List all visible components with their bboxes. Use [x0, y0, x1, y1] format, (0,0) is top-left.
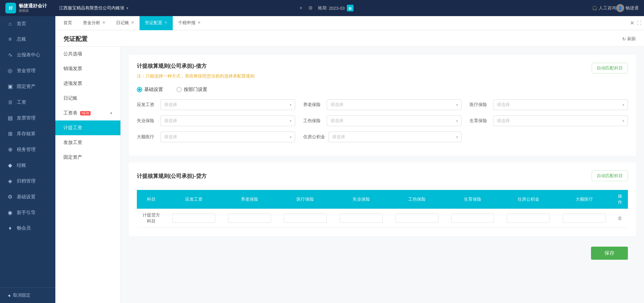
content-area: 首页 资金分析 ✕ 日记账 ✕ 凭证配置 ✕ 个税申报 ✕ ✕ ⛶ — [55, 16, 644, 303]
col-maternity: 生育保险 — [445, 190, 500, 209]
cell-large-medical — [556, 209, 612, 228]
logo-text-block: 畅捷通好会计 旗舰版 — [19, 3, 47, 13]
period-value: 2023-03 — [329, 6, 345, 11]
support-button[interactable]: 🎧 人工咨询 — [592, 5, 616, 11]
salary-icon: ≣ — [7, 99, 13, 105]
tab-bar: 首页 资金分析 ✕ 日记账 ✕ 凭证配置 ✕ 个税申报 ✕ ✕ ⛶ — [55, 16, 644, 30]
tab-funds-close-icon[interactable]: ✕ — [102, 20, 105, 25]
left-nav: 公共选项 销项发票 进项发票 日记账 工资表 NEW — [55, 47, 121, 303]
housing-chevron-icon: ▾ — [456, 135, 458, 139]
form-item-maternity: 生育保险 请选择 ▾ — [470, 115, 628, 126]
sidebar-item-invoices[interactable]: ▤ 发票管理 — [0, 110, 55, 126]
sidebar-item-settings[interactable]: ⚙ 基础设置 — [0, 189, 55, 205]
archive-icon: ◈ — [7, 178, 13, 184]
sidebar-item-salary[interactable]: ≣ 工资 — [0, 94, 55, 110]
tab-bar-actions: ✕ ⛶ — [630, 20, 641, 26]
ledger-icon: ≡ — [7, 36, 13, 42]
tab-funds-analysis[interactable]: 资金分析 ✕ — [77, 16, 111, 30]
cell-salary-input[interactable] — [172, 213, 215, 223]
injury-select[interactable]: 请选择 ▾ — [327, 115, 462, 126]
large-medical-select[interactable]: 请选择 ▾ — [160, 132, 295, 142]
injury-chevron-icon: ▾ — [456, 119, 458, 123]
tab-tax-close-icon[interactable]: ✕ — [198, 20, 201, 25]
pension-select[interactable]: 请选择 ▾ — [327, 99, 462, 110]
sidebar-item-funds[interactable]: ◎ 资金管理 — [0, 63, 55, 79]
tab-tax[interactable]: 个税申报 ✕ — [173, 16, 206, 30]
cell-medical — [277, 209, 333, 228]
credit-table: 科目 应发工资 养老保险 医疗保险 失业保险 工伤保险 生育保险 住房公积金 大… — [137, 190, 628, 228]
company-name[interactable]: 江西服宝精品有限责任公司内账张 ▾ — [59, 5, 298, 11]
cell-maternity-input[interactable] — [451, 213, 494, 223]
unemployment-label: 失业保险 — [137, 118, 157, 124]
sidebar-item-home[interactable]: ⌂ 首页 — [0, 16, 55, 32]
tab-voucher-config[interactable]: 凭证配置 ✕ — [140, 16, 173, 30]
settings-icon[interactable]: ⚙ — [308, 5, 313, 11]
chevron-down-icon: ▾ — [110, 111, 112, 115]
row-label: 计提贷方科目 — [137, 209, 166, 228]
tab-expand-icon[interactable]: ⛶ — [637, 20, 641, 26]
left-nav-salary-table[interactable]: 工资表 NEW ▾ — [55, 106, 120, 120]
cell-injury-input[interactable] — [395, 213, 438, 223]
radio-dept[interactable]: 按部门设置 — [176, 87, 207, 93]
medical-select[interactable]: 请选择 ▾ — [493, 99, 628, 110]
tab-journal[interactable]: 日记账 ✕ — [111, 16, 140, 30]
radio-basic[interactable]: 基础设置 — [137, 87, 163, 93]
large-medical-label: 大额医疗 — [137, 134, 157, 140]
sidebar: ⌂ 首页 ≡ 总账 ∿ 云报表中心 ◎ 资金管理 ▣ 固定资产 ≣ 工资 ▤ 发… — [0, 16, 55, 303]
home-icon: ⌂ — [7, 21, 13, 27]
form-item-injury: 工伤保险 请选择 ▾ — [303, 115, 462, 126]
maternity-label: 生育保险 — [470, 118, 490, 124]
left-nav-journal[interactable]: 日记账 — [55, 91, 120, 106]
tax-icon: ⊕ — [7, 146, 13, 153]
cell-delete: 🗑 — [612, 209, 628, 228]
unemployment-select[interactable]: 请选择 ▾ — [160, 115, 295, 126]
debit-section: 计提核算规则(公司承担)-借方 注：只能选择一种方式，系统将按照您当前的选择来配… — [129, 55, 636, 156]
left-nav-payment[interactable]: 发放工资 — [55, 135, 120, 150]
left-nav-fixed-assets[interactable]: 固定资产 — [55, 150, 120, 165]
cancel-fix-button[interactable]: ◄ 取消固定 — [0, 287, 55, 303]
refresh-button[interactable]: ↻ 刷新 — [622, 36, 636, 42]
two-panel: 公共选项 销项发票 进项发票 日记账 工资表 NEW — [55, 47, 644, 303]
cell-housing-input[interactable] — [507, 213, 550, 223]
debit-auto-match-button[interactable]: 自动匹配科目 — [592, 63, 628, 73]
sidebar-item-guide[interactable]: ◉ 新手引导 — [0, 205, 55, 220]
tab-home[interactable]: 首页 — [58, 16, 77, 30]
sidebar-item-tax[interactable]: ⊕ 税务管理 — [0, 142, 55, 157]
sidebar-item-reports[interactable]: ∿ 云报表中心 — [0, 47, 55, 63]
calendar-icon[interactable]: ▦ — [347, 5, 354, 11]
sidebar-item-ledger[interactable]: ≡ 总账 — [0, 32, 55, 47]
period-selector[interactable]: 账期 2023-03 ▦ — [318, 5, 354, 11]
salary-select[interactable]: 请选择 ▾ — [160, 99, 295, 110]
maternity-select[interactable]: 请选择 ▾ — [493, 115, 628, 126]
left-nav-purchase[interactable]: 进项发票 — [55, 76, 120, 91]
invoices-icon: ▤ — [7, 115, 13, 121]
assets-icon: ▣ — [7, 83, 13, 90]
sidebar-item-archive[interactable]: ◈ 归档管理 — [0, 173, 55, 189]
tab-journal-close-icon[interactable]: ✕ — [131, 20, 134, 25]
left-nav-accrual[interactable]: 计提工资 — [55, 120, 120, 135]
col-medical: 医疗保险 — [277, 190, 333, 209]
sidebar-item-close[interactable]: ◆ 结账 — [0, 157, 55, 173]
tab-voucher-close-icon[interactable]: ✕ — [164, 20, 167, 25]
save-bar: 保存 — [129, 243, 636, 264]
app-edition: 旗舰版 — [19, 8, 47, 13]
member-icon: ♦ — [7, 225, 13, 231]
user-button[interactable]: 👤 畅捷通 — [616, 4, 639, 12]
cell-injury — [389, 209, 445, 228]
housing-select[interactable]: 请选择 ▾ — [328, 132, 462, 142]
credit-auto-match-button[interactable]: 自动匹配科目 — [592, 170, 628, 181]
left-nav-public[interactable]: 公共选项 — [55, 47, 120, 61]
cell-unemployment-input[interactable] — [340, 213, 383, 223]
add-account-button[interactable]: + — [298, 5, 304, 11]
sidebar-item-assets[interactable]: ▣ 固定资产 — [0, 79, 55, 94]
sidebar-item-member[interactable]: ♦ 畅会员 — [0, 220, 55, 236]
delete-row-icon[interactable]: 🗑 — [618, 215, 622, 221]
col-pension: 养老保险 — [222, 190, 277, 209]
tab-close-all-icon[interactable]: ✕ — [630, 20, 634, 26]
cell-pension-input[interactable] — [228, 213, 271, 223]
cell-large-medical-input[interactable] — [563, 213, 606, 223]
save-button[interactable]: 保存 — [591, 247, 628, 260]
sidebar-item-inventory[interactable]: ⊞ 库存核算 — [0, 126, 55, 142]
cell-medical-input[interactable] — [284, 213, 327, 223]
left-nav-sales[interactable]: 销项发票 — [55, 61, 120, 76]
